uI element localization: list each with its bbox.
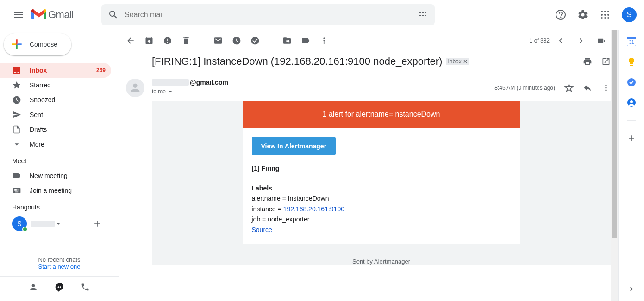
mail-icon <box>213 36 223 45</box>
meet-header: Meet <box>0 152 119 168</box>
reply-button[interactable] <box>583 83 592 92</box>
move-to-button[interactable] <box>282 36 292 45</box>
delete-button[interactable] <box>181 36 191 45</box>
more-vert-icon <box>319 36 329 45</box>
svg-point-9 <box>604 17 606 19</box>
archive-button[interactable] <box>144 36 154 45</box>
star-outline-icon <box>564 83 574 92</box>
archive-icon <box>144 36 154 45</box>
tasks-app[interactable] <box>627 78 636 87</box>
chip-remove-icon[interactable]: ✕ <box>463 58 468 65</box>
view-alertmanager-button[interactable]: View In Alertmanager <box>252 137 336 155</box>
snooze-button[interactable] <box>232 36 241 45</box>
search-options-icon[interactable] <box>417 9 428 20</box>
keyboard-icon <box>12 186 21 195</box>
dropdown-icon[interactable] <box>55 220 62 227</box>
chevron-left-icon <box>556 36 565 45</box>
contacts-tab[interactable] <box>26 280 41 295</box>
scrollbar-thumb[interactable] <box>612 30 617 238</box>
header: Gmail S <box>0 0 644 30</box>
sidebar-item-more[interactable]: More <box>0 137 111 152</box>
sidebar-item-starred[interactable]: Starred <box>0 78 111 92</box>
clock-icon <box>232 36 241 45</box>
tasks-icon <box>627 78 636 87</box>
account-avatar[interactable]: S <box>622 7 637 22</box>
star-button[interactable] <box>564 83 574 92</box>
send-icon <box>12 110 21 119</box>
sidebar-item-sent[interactable]: Sent <box>0 107 111 122</box>
report-spam-button[interactable] <box>163 36 172 45</box>
sidebar-item-new-meeting[interactable]: New meeting <box>0 168 111 183</box>
google-apps-button[interactable] <box>596 6 614 24</box>
start-chat-link[interactable]: Start a new one <box>38 263 80 270</box>
scrollbar-track[interactable] <box>611 30 618 301</box>
email-toolbar: 1 of 382 <box>119 30 618 52</box>
more-button[interactable] <box>319 36 329 45</box>
gmail-logo[interactable]: Gmail <box>31 9 74 21</box>
main-menu-button[interactable] <box>7 4 30 26</box>
trash-icon <box>181 36 191 45</box>
keep-icon <box>627 57 636 67</box>
hangouts-icon <box>55 283 64 292</box>
report-icon <box>163 36 172 45</box>
sidebar-item-inbox[interactable]: Inbox 269 <box>0 63 111 78</box>
plus-icon[interactable] <box>93 219 102 228</box>
person-icon <box>129 81 142 94</box>
labels-button[interactable] <box>301 36 310 45</box>
nav-label: New meeting <box>30 172 68 179</box>
hangouts-username-redacted <box>31 221 55 227</box>
email-timestamp: 8:45 AM (0 minutes ago) <box>494 85 555 91</box>
support-button[interactable] <box>551 6 570 24</box>
sidebar-item-snoozed[interactable]: Snoozed <box>0 92 111 107</box>
gmail-logo-icon <box>31 9 46 20</box>
next-button[interactable] <box>572 31 590 50</box>
svg-point-1 <box>561 17 561 18</box>
inbox-label-chip[interactable]: Inbox✕ <box>446 58 469 65</box>
mark-unread-button[interactable] <box>213 36 223 45</box>
no-chats-message: No recent chats Start a new one <box>0 256 119 270</box>
prev-button[interactable] <box>551 31 570 50</box>
email-body: 1 alert for alertname=InstanceDown View … <box>152 101 611 265</box>
collapse-panel-button[interactable] <box>627 284 636 294</box>
instance-link[interactable]: 192.168.20.161:9100 <box>283 205 344 213</box>
add-to-tasks-button[interactable] <box>250 36 260 45</box>
print-button[interactable] <box>583 57 592 66</box>
compose-plus-icon <box>9 37 24 52</box>
video-icon <box>12 171 21 180</box>
svg-point-10 <box>607 17 609 19</box>
open-in-new-icon <box>601 57 611 66</box>
sidebar-item-join-meeting[interactable]: Join a meeting <box>0 183 111 198</box>
search-bar[interactable] <box>101 4 435 25</box>
presence-indicator <box>22 227 28 232</box>
contacts-app[interactable] <box>627 98 636 107</box>
sender-email: @gmail.com <box>152 79 228 86</box>
open-new-window-button[interactable] <box>601 57 611 66</box>
hangouts-header: Hangouts <box>0 198 119 215</box>
hangouts-avatar[interactable]: S <box>12 216 27 231</box>
sidebar-item-drafts[interactable]: Drafts <box>0 122 111 137</box>
keep-app[interactable] <box>627 57 636 67</box>
back-button[interactable] <box>126 36 135 45</box>
hangouts-tab[interactable] <box>52 280 67 295</box>
svg-point-4 <box>607 11 609 12</box>
more-vert-icon <box>601 83 611 92</box>
get-addons-button[interactable] <box>627 134 636 143</box>
calendar-app[interactable]: 31 <box>627 37 636 46</box>
nav-label: Snoozed <box>30 96 55 104</box>
phone-tab[interactable] <box>78 280 93 295</box>
recipient-line[interactable]: to me <box>152 88 228 95</box>
label-job: job = node_exporter <box>252 214 511 224</box>
msg-more-button[interactable] <box>601 83 611 92</box>
task-icon <box>250 36 260 45</box>
sent-by-link[interactable]: Sent by Alertmanager <box>352 258 410 265</box>
message-header: @gmail.com to me 8:45 AM (0 minutes ago) <box>119 71 618 101</box>
compose-button[interactable]: Compose <box>4 33 71 55</box>
input-tools-button[interactable] <box>592 31 611 50</box>
menu-icon <box>13 9 24 20</box>
source-link[interactable]: Source <box>252 226 272 233</box>
settings-button[interactable] <box>574 6 592 24</box>
search-input[interactable] <box>125 11 417 19</box>
svg-text:31: 31 <box>629 40 634 45</box>
inbox-count: 269 <box>96 67 106 74</box>
calendar-icon: 31 <box>627 37 636 46</box>
